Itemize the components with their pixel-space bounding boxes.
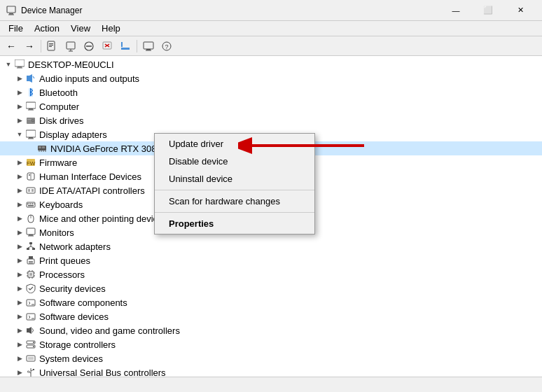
expand-network[interactable]: ▶ (14, 241, 25, 252)
svg-rect-41 (39, 146, 41, 148)
svg-point-99 (33, 346, 34, 347)
expand-storage[interactable]: ▶ (14, 339, 25, 350)
expand-display[interactable]: ▼ (14, 129, 25, 140)
disk-label: Disk drives (39, 115, 84, 126)
svg-point-106 (27, 371, 29, 372)
svg-line-71 (31, 246, 34, 248)
svg-rect-57 (29, 204, 31, 205)
expand-computer[interactable]: ▶ (14, 101, 25, 112)
svg-rect-74 (29, 261, 33, 262)
disk-icon (25, 115, 36, 126)
svg-rect-77 (29, 273, 32, 276)
svg-rect-68 (32, 248, 35, 250)
tree-item-sound[interactable]: ▶ Sound, video and game controllers (0, 323, 542, 337)
svg-rect-24 (17, 68, 22, 69)
tree-item-disk[interactable]: ▶ Disk drives (0, 113, 542, 127)
gpu-label: NVIDIA GeForce RTX 3080 (50, 144, 162, 154)
maximize-button[interactable]: ⬜ (472, 0, 504, 21)
tree-item-usb1[interactable]: ▶ Universal Serial Bus controllers (0, 365, 542, 377)
keyboard-label: Keyboards (39, 200, 83, 210)
context-scan-changes[interactable]: Scan for hardware changes (155, 192, 314, 210)
svg-rect-3 (48, 41, 55, 50)
expand-softdev[interactable]: ▶ (14, 311, 25, 322)
expand-cpu[interactable]: ▶ (14, 269, 25, 280)
svg-rect-42 (42, 146, 45, 148)
expand-system[interactable]: ▶ (14, 353, 25, 364)
svg-text:?: ? (165, 43, 168, 50)
svg-point-35 (32, 120, 34, 122)
expand-sound[interactable]: ▶ (14, 325, 25, 336)
svg-line-88 (29, 303, 30, 304)
sound-icon (25, 325, 36, 336)
tree-item-cpu[interactable]: ▶ Processors (0, 267, 542, 281)
svg-rect-17 (144, 42, 153, 49)
toolbar-forward[interactable]: → (21, 38, 38, 54)
expand-monitors[interactable]: ▶ (14, 227, 25, 238)
tree-item-softcomp[interactable]: ▶ Software components (0, 295, 542, 309)
svg-rect-4 (49, 43, 53, 44)
svg-rect-23 (18, 66, 22, 68)
toolbar-scan[interactable] (117, 38, 134, 54)
toolbar-update-driver[interactable] (62, 38, 79, 54)
network-label: Network adapters (39, 241, 111, 252)
tree-item-computer[interactable]: ▶ Computer (0, 99, 542, 113)
context-update-driver[interactable]: Update driver (155, 135, 314, 153)
print-icon (25, 255, 36, 266)
expand-print[interactable]: ▶ (14, 255, 25, 266)
menu-file[interactable]: File (3, 22, 29, 35)
menu-help[interactable]: Help (96, 22, 126, 35)
expand-softcomp[interactable]: ▶ (14, 297, 25, 308)
app-icon (6, 5, 17, 16)
expand-keyboard[interactable]: ▶ (14, 199, 25, 210)
tree-item-network[interactable]: ▶ Network adapters (0, 239, 542, 253)
menu-view[interactable]: View (65, 22, 96, 35)
expand-bluetooth[interactable]: ▶ (14, 87, 25, 98)
tree-item-softdev[interactable]: ▶ Software devices (0, 309, 542, 323)
expand-audio[interactable]: ▶ (14, 73, 25, 84)
tree-item-print[interactable]: ▶ Print queues (0, 253, 542, 267)
svg-rect-67 (27, 248, 29, 250)
hid-label: Human Interface Devices (39, 172, 141, 182)
toolbar-disable[interactable] (81, 38, 97, 54)
monitors-icon (25, 227, 36, 238)
system-label: System devices (39, 354, 103, 364)
computer-label: Computer (39, 102, 79, 112)
svg-rect-30 (26, 102, 36, 108)
toolbar-uninstall[interactable] (99, 38, 116, 54)
context-properties[interactable]: Properties (155, 215, 314, 232)
storage-label: Storage controllers (39, 340, 116, 350)
toolbar-back[interactable]: ← (3, 38, 20, 54)
svg-point-51 (29, 174, 30, 176)
expand-firmware[interactable]: ▶ (14, 157, 25, 168)
close-button[interactable]: ✕ (504, 0, 536, 21)
expand-mouse[interactable]: ▶ (14, 213, 25, 224)
audio-label: Audio inputs and outputs (39, 74, 139, 84)
menu-action[interactable]: Action (29, 22, 65, 35)
expand-usb1[interactable]: ▶ (14, 367, 25, 377)
expand-disk[interactable]: ▶ (14, 115, 25, 126)
cpu-label: Processors (39, 270, 85, 280)
ide-icon (25, 185, 36, 196)
tree-item-security[interactable]: ▶ Security devices (0, 281, 542, 295)
svg-rect-73 (29, 256, 33, 259)
toolbar-properties[interactable] (44, 38, 61, 54)
expand-security[interactable]: ▶ (14, 283, 25, 294)
tree-item-system[interactable]: ▶ System devices (0, 351, 542, 365)
context-uninstall-device[interactable]: Uninstall device (155, 170, 314, 188)
minimize-button[interactable]: — (440, 0, 472, 21)
context-disable-device[interactable]: Disable device (155, 153, 314, 170)
tree-root[interactable]: ▼ DESKTOP-ME0UCLI (0, 57, 542, 71)
toolbar-help[interactable]: ? (158, 38, 175, 54)
expand-hid[interactable]: ▶ (14, 171, 25, 182)
context-sep-2 (155, 212, 314, 213)
bluetooth-label: Bluetooth (39, 88, 78, 98)
expand-ide[interactable]: ▶ (14, 185, 25, 196)
mouse-label: Mice and other pointing devic (39, 214, 158, 224)
tree-item-storage[interactable]: ▶ Storage controllers (0, 337, 542, 351)
toolbar-computer[interactable] (140, 38, 157, 54)
expand-root[interactable]: ▼ (3, 59, 14, 70)
firmware-label: Firmware (39, 158, 77, 168)
tree-item-audio[interactable]: ▶ Audio inputs and outputs (0, 71, 542, 85)
tree-item-bluetooth[interactable]: ▶ ᛒ Bluetooth (0, 85, 542, 99)
window-controls: — ⬜ ✕ (440, 0, 536, 21)
